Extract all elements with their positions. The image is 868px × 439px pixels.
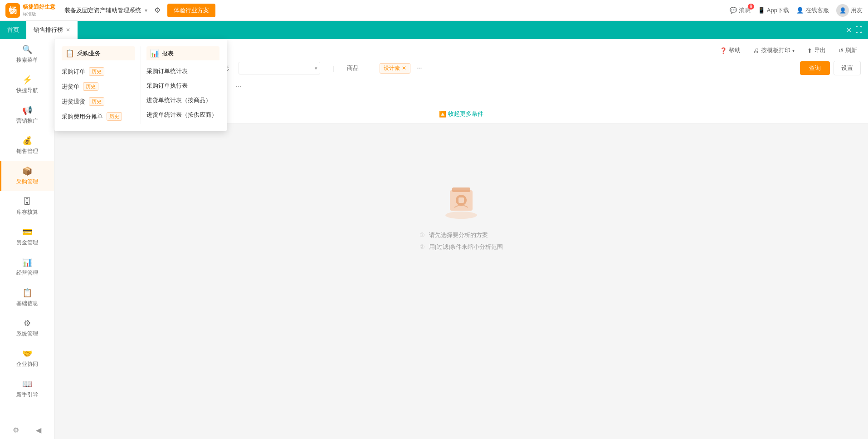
refresh-button[interactable]: ↺ 刷新 [835, 44, 861, 56]
sidebar-item-inventory[interactable]: 🗄 库存核算 [0, 191, 54, 222]
help-button[interactable]: ❓ 帮助 [716, 44, 744, 56]
online-service-button[interactable]: 👤 在线客服 [796, 6, 829, 15]
goods-label: 商品 [347, 64, 374, 72]
inventory-icon: 🗄 [22, 197, 32, 207]
goods-tag-remove[interactable]: ✕ [402, 65, 406, 71]
empty-tip-1: ① 请先选择要分析的方案 [419, 229, 503, 241]
sidebar-label-management: 经营管理 [16, 269, 38, 277]
dropdown-item-inbound-goods-report[interactable]: 进货单统计表（按商品） [146, 93, 220, 108]
sidebar-item-navigation[interactable]: ⚡ 快捷导航 [0, 69, 54, 100]
tab-fullscreen-icon[interactable]: ⛶ [855, 26, 863, 34]
sales-icon: 💰 [22, 136, 32, 146]
dropdown-purchase-col: 📋 采购业务 采购订单 历史 进货单 历史 进货退货 历史 采购费用分摊单 历史 [62, 46, 135, 124]
status-select[interactable] [239, 62, 320, 74]
avatar-circle: 👤 [836, 4, 849, 17]
sidebar-label-inventory: 库存核算 [16, 208, 38, 216]
dropdown-item-purchase-order-report[interactable]: 采购订单统计表 [146, 64, 220, 79]
status-select-wrapper: ▾ [239, 62, 320, 74]
print-arrow-icon: ▾ [792, 48, 795, 53]
goods-more-btn[interactable]: ··· [416, 64, 422, 72]
print-button[interactable]: 🖨 按模板打印 ▾ [750, 44, 798, 56]
sidebar-label-sales: 销售管理 [16, 148, 38, 155]
purchase-order-label: 采购订单 [62, 68, 85, 76]
fee-label: 采购费用分摊单 [62, 113, 103, 121]
help-icon: ❓ [720, 47, 727, 54]
purchase-col-title: 采购业务 [77, 49, 101, 58]
purchase-order-history: 历史 [89, 67, 104, 76]
tab-home[interactable]: 首页 [0, 21, 26, 39]
dropdown-item-purchase-order[interactable]: 采购订单 历史 [62, 64, 135, 79]
query-button[interactable]: 查询 [800, 61, 830, 75]
dropdown-item-inbound-supplier-report[interactable]: 进货单统计表（按供应商） [146, 108, 220, 122]
logo-area: 畅 畅捷通好生意 标准版 [5, 3, 60, 18]
sidebar-settings-icon[interactable]: ⚙ [13, 426, 19, 434]
purchase-exec-report-label: 采购订单执行表 [146, 82, 188, 90]
report-col-icon: 📊 [150, 49, 159, 58]
sidebar-item-system[interactable]: ⚙ 系统管理 [0, 313, 54, 343]
purchase-order-report-label: 采购订单统计表 [146, 67, 188, 75]
sidebar-collapse-icon[interactable]: ◀ [36, 426, 41, 434]
empty-text: ① 请先选择要分析的方案 ② 用[过滤]条件来缩小分析范围 [419, 229, 503, 253]
sidebar-item-cooperation[interactable]: 🤝 企业协同 [0, 343, 54, 374]
user-avatar[interactable]: 👤 用友 [836, 4, 863, 17]
export-icon: ⬆ [807, 47, 812, 54]
sidebar: 🔍 搜索菜单 ⚡ 快捷导航 📢 营销推广 💰 销售管理 📦 采购管理 🗄 库存核… [0, 39, 54, 439]
export-button[interactable]: ⬆ 导出 [804, 44, 829, 56]
header-right: 💬 消息 9 📱 App下载 👤 在线客服 👤 用友 [730, 4, 863, 17]
sidebar-item-search[interactable]: 🔍 搜索菜单 [0, 39, 54, 69]
sidebar-item-marketing[interactable]: 📢 营销推广 [0, 100, 54, 130]
sidebar-label-navigation: 快捷导航 [16, 87, 38, 94]
logo-text-line1: 畅捷通好生意 [23, 4, 55, 11]
svg-rect-2 [452, 187, 470, 192]
dropdown-report-header: 📊 报表 [146, 46, 220, 60]
settings-button[interactable]: 设置 [834, 61, 861, 75]
dropdown-item-inbound[interactable]: 进货单 历史 [62, 79, 135, 94]
sidebar-bottom: ⚙ ◀ [0, 421, 54, 439]
inbound-history: 历史 [83, 82, 98, 91]
inbound-goods-report-label: 进货单统计表（按商品） [146, 96, 211, 104]
sidebar-label-system: 系统管理 [16, 330, 38, 338]
dropdown-item-purchase-exec-report[interactable]: 采购订单执行表 [146, 79, 220, 93]
sidebar-label-search: 搜索菜单 [16, 56, 38, 64]
industry-button[interactable]: 体验行业方案 [167, 4, 215, 17]
dropdown-item-fee[interactable]: 采购费用分摊单 历史 [62, 109, 135, 124]
sidebar-item-management[interactable]: 📊 经营管理 [0, 252, 54, 282]
sidebar-label-marketing: 营销推广 [16, 117, 38, 125]
sidebar-label-guide: 新手引导 [16, 391, 38, 399]
tab-sales-ranking[interactable]: 销售排行榜 ✕ [26, 21, 78, 39]
sidebar-item-sales[interactable]: 💰 销售管理 [0, 130, 54, 161]
user-name: 用友 [851, 6, 863, 15]
messages-button[interactable]: 💬 消息 9 [730, 6, 751, 15]
salesperson-more-btn[interactable]: ··· [235, 82, 241, 90]
nav-dropdown-icon[interactable]: ▾ [145, 7, 147, 14]
dropdown-menu: 📋 采购业务 采购订单 历史 进货单 历史 进货退货 历史 采购费用分摊单 历史 [54, 39, 227, 131]
print-icon: 🖨 [753, 47, 759, 54]
sidebar-item-basic-info[interactable]: 📋 基础信息 [0, 282, 54, 313]
dropdown-purchase-header: 📋 采购业务 [62, 46, 135, 60]
nav-title: 装备及固定资产辅助管理系统 [64, 6, 141, 15]
tab-close-all-icon[interactable]: ✕ [846, 26, 852, 35]
sidebar-item-purchase[interactable]: 📦 采购管理 [0, 161, 54, 191]
message-icon: 💬 [730, 7, 737, 14]
help-label: 帮助 [729, 46, 741, 54]
basic-info-icon: 📋 [22, 288, 32, 298]
management-icon: 📊 [22, 257, 32, 267]
refresh-label: 刷新 [845, 46, 857, 54]
avatar-icon: 👤 [839, 7, 846, 14]
sidebar-item-guide[interactable]: 📖 新手引导 [0, 374, 54, 404]
tab-close-icon[interactable]: ✕ [66, 27, 70, 33]
tab-bar: 首页 销售排行榜 ✕ ✕ ⛶ [0, 21, 868, 39]
sidebar-item-finance[interactable]: 💳 资金管理 [0, 222, 54, 252]
search-icon: 🔍 [22, 44, 32, 54]
dropdown-report-col: 📊 报表 采购订单统计表 采购订单执行表 进货单统计表（按商品） 进货单统计表（… [146, 46, 220, 124]
nav-settings-icon[interactable]: ⚙ [151, 4, 164, 17]
print-label: 按模板打印 [761, 46, 790, 54]
svg-point-0 [445, 212, 477, 219]
logo-text-line2: 标准版 [23, 11, 55, 17]
inbound-label: 进货单 [62, 83, 79, 91]
app-download-button[interactable]: 📱 App下载 [758, 6, 789, 15]
sidebar-label-cooperation: 企业协同 [16, 360, 38, 368]
goods-tag: 设计素 ✕ [380, 63, 410, 74]
dropdown-item-return[interactable]: 进货退货 历史 [62, 94, 135, 109]
navigation-icon: ⚡ [22, 75, 32, 85]
